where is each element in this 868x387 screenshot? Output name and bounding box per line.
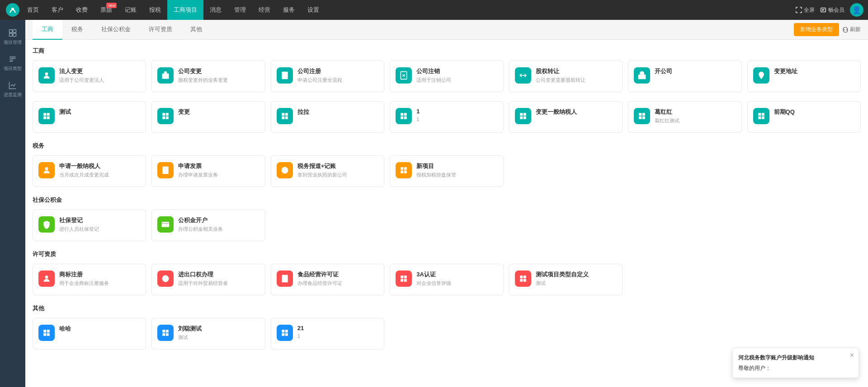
card-gehonghong-icon <box>634 108 650 124</box>
tab-xuke[interactable]: 许可资质 <box>140 20 181 40</box>
svg-rect-22 <box>285 113 288 116</box>
card-test-name: 测试 <box>59 108 140 116</box>
card-biangg[interactable]: 变更 <box>151 101 265 133</box>
nav-business[interactable]: 工商项目 <box>167 0 203 20</box>
svg-rect-54 <box>401 279 404 282</box>
svg-rect-21 <box>282 113 284 116</box>
card-legal-change[interactable]: 法人变更 适用于公司变更法人 <box>33 61 146 92</box>
svg-rect-19 <box>163 117 165 119</box>
card-gehonghong-desc: 葛红红测试 <box>655 117 736 124</box>
card-company-reg-icon <box>277 67 293 84</box>
tab-qita[interactable]: 其他 <box>181 20 211 40</box>
card-social-insurance[interactable]: 社保登记 进行人员社保登记 <box>33 210 146 241</box>
svg-rect-39 <box>758 117 761 119</box>
tab-shebao[interactable]: 社保公积金 <box>92 20 140 40</box>
nav-manage[interactable]: 管理 <box>228 0 252 20</box>
card-open-company-icon <box>634 67 650 84</box>
card-company-cancel-desc: 适用于注销公司 <box>416 77 497 84</box>
card-apply-general-tax-desc: 当月或次月成变更完成 <box>59 172 140 178</box>
card-food-license[interactable]: 食品经营许可证 办理食品经营许可证 <box>271 264 384 295</box>
nav-service[interactable]: 服务 <box>277 0 301 20</box>
card-equity-transfer[interactable]: 股权转让 公司变更需要股权转让 <box>509 61 623 92</box>
nav-bookkeeping[interactable]: 记账 <box>118 0 143 20</box>
sidebar-item-progress[interactable]: 进度监测 <box>0 76 25 102</box>
svg-rect-9 <box>282 72 288 79</box>
sidebar-item-project-mgmt[interactable]: 项目管理 <box>0 23 25 50</box>
scroll-content: 工商 法人变更 适用于公司变更法人 <box>25 40 868 387</box>
card-3a-cert-name: 3A认证 <box>416 270 497 279</box>
notification-content: 尊敬的用户： <box>738 364 853 372</box>
svg-rect-51 <box>282 275 288 283</box>
card-haha[interactable]: 哈哈 <box>33 318 146 350</box>
card-company-cancel[interactable]: 公司注销 适用于注销公司 <box>390 61 503 92</box>
tab-bar: 工商 税务 社保公积金 许可资质 其他 新增业务类型 刷新 <box>25 20 868 40</box>
svg-point-7 <box>45 72 48 75</box>
card-open-company[interactable]: 开公司 <box>628 61 741 92</box>
svg-rect-5 <box>9 33 13 37</box>
card-3a-cert[interactable]: 3A认证 对企业信誉评级 <box>390 264 503 295</box>
card-qiqi[interactable]: 前期QQ <box>747 101 861 133</box>
card-company-change-name: 公司变更 <box>178 67 259 75</box>
card-apply-general-tax[interactable]: 申请一般纳税人 当月或次月成变更完成 <box>33 155 146 187</box>
nav-ticket[interactable]: 票据 new <box>94 0 118 20</box>
nav-settings[interactable]: 设置 <box>301 0 326 20</box>
card-legal-change-name: 法人变更 <box>59 67 140 75</box>
card-one[interactable]: 1 1 <box>390 101 503 133</box>
sidebar-item-project-type[interactable]: 项目类型 <box>0 50 25 76</box>
section-shebao-title: 社保公积金 <box>33 196 861 204</box>
svg-rect-17 <box>163 113 165 116</box>
card-trademark[interactable]: 商标注册 用于企业商标注册服务 <box>33 264 146 295</box>
content-area: 工商 税务 社保公积金 许可资质 其他 新增业务类型 刷新 <box>25 20 868 387</box>
card-company-reg-name: 公司注册 <box>297 67 378 75</box>
card-test[interactable]: 测试 <box>33 101 146 133</box>
card-apply-invoice-icon <box>157 162 174 178</box>
card-21-desc: 1 <box>297 333 378 340</box>
user-avatar[interactable]: 👤 <box>850 3 863 17</box>
svg-rect-70 <box>282 333 284 336</box>
card-social-insurance-icon <box>38 216 55 233</box>
project-mgmt-icon <box>8 28 18 38</box>
card-change-addr[interactable]: 变更地址 <box>747 61 861 92</box>
card-apply-invoice[interactable]: 申请发票 办理申请发票业务 <box>151 155 265 187</box>
svg-rect-68 <box>282 330 284 332</box>
fullscreen-button[interactable]: 全屏 <box>796 6 815 14</box>
card-change-general[interactable]: 变更一般纳税人 <box>509 101 623 133</box>
nav-client[interactable]: 客户 <box>45 0 70 20</box>
card-food-license-icon <box>277 270 293 287</box>
card-one-icon <box>396 108 412 124</box>
card-company-change[interactable]: 公司变更 股权变更外的业务变更 <box>151 61 265 92</box>
card-21[interactable]: 21 1 <box>271 318 384 350</box>
notification-close-button[interactable]: × <box>850 352 854 359</box>
nav-message[interactable]: 消息 <box>203 0 228 20</box>
refresh-button[interactable]: 刷新 <box>843 26 861 33</box>
card-food-license-name: 食品经营许可证 <box>297 270 378 279</box>
card-liucong-test[interactable]: 刘聪测试 测试 <box>151 318 265 350</box>
section-xuke-title: 许可资质 <box>33 250 861 258</box>
svg-rect-13 <box>43 113 46 116</box>
svg-rect-48 <box>162 222 170 227</box>
card-social-insurance-name: 社保登记 <box>59 216 140 224</box>
nav-operation[interactable]: 经营 <box>252 0 277 20</box>
card-new-project[interactable]: 新项目 报税加税控盘保管 <box>390 155 503 187</box>
tab-gongshang[interactable]: 工商 <box>33 20 62 40</box>
svg-rect-23 <box>282 117 284 119</box>
card-lala[interactable]: 拉拉 <box>271 101 384 133</box>
card-import-export-icon <box>157 270 174 287</box>
nav-home[interactable]: 首页 <box>21 0 45 20</box>
nav-tax[interactable]: 报税 <box>143 0 167 20</box>
card-company-reg[interactable]: 公司注册 申请公司注册全流程 <box>271 61 384 92</box>
card-test-custom-type[interactable]: 测试项目类型自定义 测试 <box>509 264 623 295</box>
new-biz-type-button[interactable]: 新增业务类型 <box>794 23 839 36</box>
card-import-export[interactable]: 进出口权办理 适用于对外贸易经营者 <box>151 264 265 295</box>
nav-billing[interactable]: 收费 <box>70 0 94 20</box>
card-fund-account[interactable]: 公积金开户 办理公积金相关业务 <box>151 210 265 241</box>
svg-rect-15 <box>43 117 46 119</box>
tab-shuiwu[interactable]: 税务 <box>62 20 92 40</box>
logo[interactable] <box>5 2 21 18</box>
card-legal-change-icon <box>38 67 55 84</box>
card-tax-report[interactable]: 税务报道+记账 拿到营业执照的新公司 <box>271 155 384 187</box>
card-gehonghong[interactable]: 葛红红 葛红红测试 <box>628 101 741 133</box>
card-apply-invoice-desc: 办理申请发票业务 <box>178 172 259 178</box>
member-button[interactable]: 畅会员 <box>820 6 844 14</box>
svg-point-1 <box>11 8 14 10</box>
